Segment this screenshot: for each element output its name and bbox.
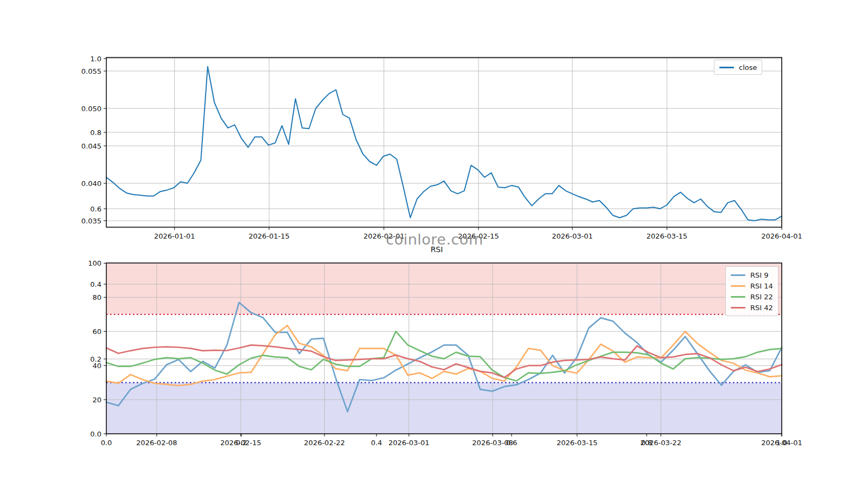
rsi-42-line-swatch xyxy=(731,307,745,309)
svg-text:0.4: 0.4 xyxy=(90,280,101,288)
svg-text:2026-03-15: 2026-03-15 xyxy=(557,439,598,447)
svg-text:0.0: 0.0 xyxy=(90,430,101,438)
svg-text:2026-02-22: 2026-02-22 xyxy=(304,439,345,447)
legend-item-rsi-14: RSI 14 xyxy=(726,280,778,291)
price-chart-plot: 2026-01-012026-01-152026-02-012026-02-15… xyxy=(81,55,802,240)
svg-text:0.040: 0.040 xyxy=(81,179,101,188)
svg-text:1.0: 1.0 xyxy=(776,439,788,447)
svg-text:1.0: 1.0 xyxy=(90,55,101,63)
legend-item-close: close xyxy=(714,60,762,74)
svg-text:0.6: 0.6 xyxy=(506,439,518,447)
svg-text:2026-04-01: 2026-04-01 xyxy=(761,232,802,240)
price-legend: close xyxy=(714,60,762,75)
legend-label-close: close xyxy=(739,63,757,72)
legend-label-rsi-14: RSI 14 xyxy=(750,282,773,290)
rsi-9-line-swatch xyxy=(731,274,745,276)
svg-text:20: 20 xyxy=(92,396,101,404)
legend-item-rsi-9: RSI 9 xyxy=(726,269,778,280)
legend-item-rsi-42: RSI 42 xyxy=(726,302,778,313)
svg-text:2026-03-01: 2026-03-01 xyxy=(552,232,593,240)
svg-text:100: 100 xyxy=(88,259,101,267)
svg-text:0.055: 0.055 xyxy=(81,67,101,75)
svg-text:0.8: 0.8 xyxy=(641,439,653,447)
svg-text:80: 80 xyxy=(92,293,101,301)
svg-text:2026-01-15: 2026-01-15 xyxy=(248,232,290,240)
svg-text:0.0: 0.0 xyxy=(101,439,112,447)
svg-text:0.035: 0.035 xyxy=(81,217,101,225)
svg-text:2026-03-15: 2026-03-15 xyxy=(647,232,688,240)
rsi-chart-plot: 2026-02-082026-02-152026-02-222026-03-01… xyxy=(88,259,802,447)
svg-text:0.2: 0.2 xyxy=(236,439,247,447)
close-line-swatch xyxy=(719,67,734,68)
rsi-legend: RSI 9 RSI 14 RSI 22 RSI 42 xyxy=(725,266,778,316)
legend-label-rsi-22: RSI 22 xyxy=(750,293,773,301)
rsi-chart-title: RSI xyxy=(347,245,526,254)
svg-text:60: 60 xyxy=(92,328,101,336)
svg-text:2026-02-08: 2026-02-08 xyxy=(136,439,177,447)
svg-text:2026-03-01: 2026-03-01 xyxy=(388,439,430,447)
svg-text:0.2: 0.2 xyxy=(90,355,101,363)
legend-item-rsi-22: RSI 22 xyxy=(726,291,778,302)
svg-text:0.4: 0.4 xyxy=(371,439,382,447)
svg-text:0.050: 0.050 xyxy=(81,105,101,113)
rsi-22-line-swatch xyxy=(731,296,745,298)
svg-text:0.045: 0.045 xyxy=(81,142,101,150)
svg-text:0.6: 0.6 xyxy=(90,205,101,213)
legend-label-rsi-9: RSI 9 xyxy=(750,271,769,279)
svg-text:2026-01-01: 2026-01-01 xyxy=(154,232,195,240)
svg-text:0.8: 0.8 xyxy=(90,129,101,137)
rsi-14-line-swatch xyxy=(731,285,745,287)
screenshot-root: 2026-01-012026-01-152026-02-012026-02-15… xyxy=(0,0,868,488)
legend-label-rsi-42: RSI 42 xyxy=(750,304,773,312)
